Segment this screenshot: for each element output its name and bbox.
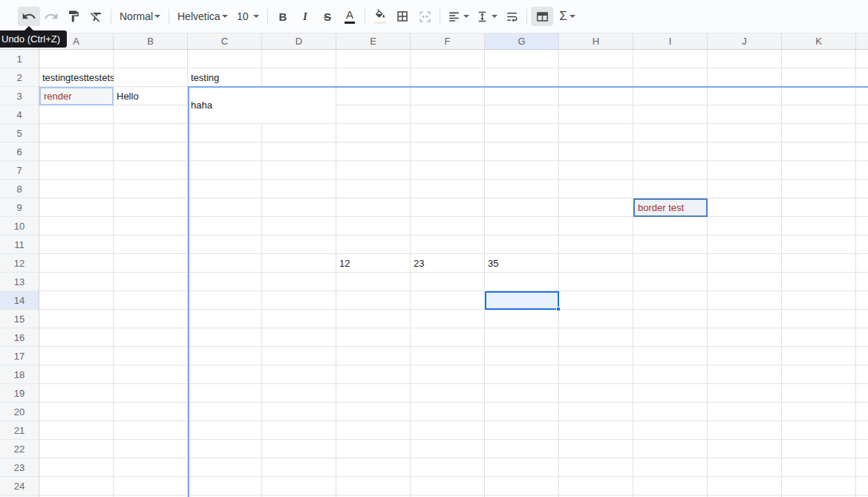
- clear-format-icon: [89, 10, 103, 24]
- row-header-7[interactable]: 7: [0, 161, 39, 180]
- strikethrough-button[interactable]: S: [316, 7, 339, 26]
- table-icon: [535, 10, 549, 24]
- fill-handle[interactable]: [556, 307, 561, 311]
- undo-button[interactable]: [18, 7, 40, 26]
- cell-C2[interactable]: testing: [188, 68, 262, 87]
- sum-icon: Σ: [559, 9, 567, 24]
- bold-button[interactable]: B: [272, 7, 294, 26]
- column-header-K[interactable]: K: [782, 33, 856, 49]
- style-dropdown-label: Normal: [120, 10, 153, 22]
- row-header-15[interactable]: 15: [0, 310, 39, 328]
- selected-cell-G14[interactable]: [485, 291, 559, 310]
- clear-format-button[interactable]: [85, 7, 107, 26]
- row-header-20[interactable]: 20: [0, 403, 39, 421]
- table-button[interactable]: [531, 7, 553, 26]
- row-header-2[interactable]: 2: [0, 68, 39, 87]
- text-wrap-icon: [505, 10, 519, 24]
- toolbar-divider: [526, 9, 527, 24]
- fill-color-button[interactable]: [369, 7, 391, 26]
- toolbar-divider: [267, 9, 268, 24]
- column-header-F[interactable]: F: [411, 33, 485, 49]
- cell-text: 12: [339, 258, 350, 269]
- column-header-partial[interactable]: [856, 33, 868, 49]
- cell-text: border test: [638, 202, 684, 213]
- row-header-22[interactable]: 22: [0, 440, 39, 458]
- fill-color-icon: [374, 9, 386, 24]
- cell-text: 35: [488, 258, 498, 269]
- cell-text: Hello: [117, 91, 139, 102]
- cell-A3[interactable]: render: [39, 87, 114, 105]
- column-header-E[interactable]: E: [336, 33, 411, 49]
- row-header-17[interactable]: 17: [0, 347, 39, 366]
- cell-text: render: [44, 91, 72, 102]
- cell-I9[interactable]: border test: [633, 198, 708, 217]
- italic-icon: I: [303, 11, 307, 22]
- row-header-3[interactable]: 3: [0, 87, 39, 105]
- row-header-14[interactable]: 14: [0, 291, 39, 310]
- merge-cells-button[interactable]: [414, 7, 436, 26]
- row-header-24[interactable]: 24: [0, 477, 39, 496]
- cell-G12[interactable]: 35: [485, 254, 559, 273]
- borders-icon: [396, 10, 409, 23]
- column-header-B[interactable]: B: [114, 33, 188, 49]
- row-header-18[interactable]: 18: [0, 366, 39, 384]
- spreadsheet-app: Normal Helvetica 10 B I S A: [0, 0, 868, 497]
- row-header-12[interactable]: 12: [0, 254, 39, 273]
- undo-icon: [22, 9, 36, 24]
- toolbar-divider: [365, 9, 365, 24]
- grid-canvas[interactable]: testingtesttestetstestingrenderHellohaha…: [39, 50, 868, 497]
- row-header-21[interactable]: 21: [0, 421, 39, 440]
- row-header-13[interactable]: 13: [0, 273, 39, 291]
- column-header-H[interactable]: H: [559, 33, 633, 49]
- horizontal-align-button[interactable]: [444, 7, 472, 26]
- row-header-8[interactable]: 8: [0, 180, 39, 198]
- row-header-5[interactable]: 5: [0, 124, 39, 143]
- strikethrough-icon: S: [324, 11, 331, 22]
- paint-format-button[interactable]: [62, 7, 85, 26]
- column-header-I[interactable]: I: [633, 33, 708, 49]
- font-dropdown[interactable]: Helvetica: [173, 7, 232, 26]
- functions-button[interactable]: Σ: [553, 7, 581, 26]
- row-header-11[interactable]: 11: [0, 235, 39, 254]
- row-header-9[interactable]: 9: [0, 198, 39, 217]
- cell-A2[interactable]: testingtesttestets: [39, 68, 114, 87]
- text-color-button[interactable]: A: [339, 7, 361, 26]
- font-size-dropdown-label: 10: [237, 10, 249, 22]
- paint-format-icon: [67, 10, 80, 23]
- row-header-23[interactable]: 23: [0, 458, 39, 477]
- row-header-19[interactable]: 19: [0, 384, 39, 403]
- row-header-1[interactable]: 1: [0, 50, 39, 68]
- row-header-6[interactable]: 6: [0, 143, 39, 161]
- toolbar-divider: [440, 9, 440, 24]
- cell-C3:D4[interactable]: haha: [188, 87, 336, 124]
- chevron-down-icon: [222, 15, 228, 18]
- redo-icon: [44, 9, 59, 24]
- cell-E12[interactable]: 12: [336, 254, 411, 273]
- chevron-down-icon: [154, 15, 160, 18]
- text-wrap-button[interactable]: [500, 7, 523, 26]
- cell-text: haha: [191, 100, 212, 111]
- row-header-10[interactable]: 10: [0, 217, 39, 235]
- undo-tooltip-text: Undo (Ctrl+Z): [1, 33, 60, 45]
- undo-tooltip: Undo (Ctrl+Z): [0, 30, 67, 48]
- cell-text: testing: [191, 72, 219, 83]
- chevron-down-icon: [253, 15, 259, 18]
- align-left-icon: [447, 10, 461, 24]
- chevron-down-icon: [463, 15, 469, 18]
- column-header-G[interactable]: G: [485, 33, 559, 49]
- cell-text: testingtesttestets: [42, 72, 114, 83]
- vertical-align-button[interactable]: [472, 7, 500, 26]
- row-header-4[interactable]: 4: [0, 105, 39, 124]
- cell-F12[interactable]: 23: [411, 254, 485, 273]
- borders-button[interactable]: [391, 7, 414, 26]
- row-header-16[interactable]: 16: [0, 328, 39, 347]
- column-headers: ABCDEFGHIJK: [0, 33, 868, 50]
- font-size-dropdown[interactable]: 10: [232, 7, 264, 26]
- cell-B3[interactable]: Hello: [114, 87, 188, 105]
- style-dropdown[interactable]: Normal: [115, 7, 165, 26]
- column-header-J[interactable]: J: [708, 33, 782, 49]
- italic-button[interactable]: I: [294, 7, 316, 26]
- column-header-D[interactable]: D: [262, 33, 336, 49]
- column-header-C[interactable]: C: [188, 33, 262, 49]
- redo-button[interactable]: [40, 7, 62, 26]
